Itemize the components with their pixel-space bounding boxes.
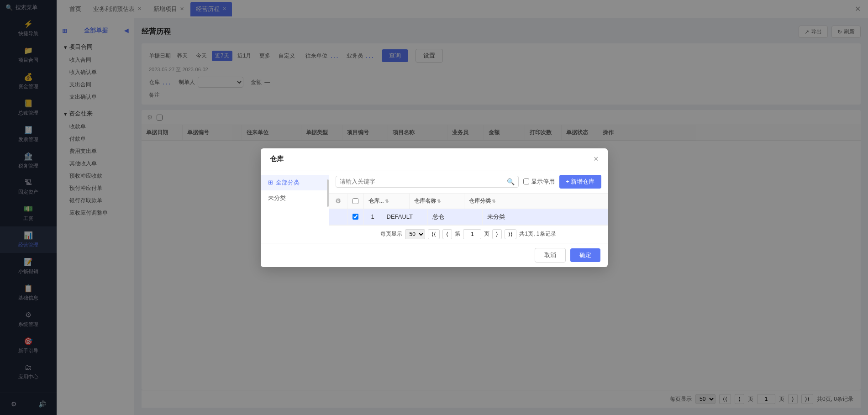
modal-table-header: ⚙ 仓库... ⇅ 仓库名称 ⇅ [329,194,608,209]
modal-row-category: 未分类 [483,209,537,225]
warehouse-modal: 仓库 × ⊞ 全部分类 未分类 [261,148,608,267]
modal-search-box[interactable]: 🔍 [336,176,519,188]
modal-toolbar: 🔍 显示停用 + 新增仓库 [329,170,608,194]
modal-show-disabled-label[interactable]: 显示停用 [523,178,555,186]
modal-gear-icon[interactable]: ⚙ [335,197,341,205]
modal-left-all-category[interactable]: ⊞ 全部分类 [261,175,329,190]
modal-left-panel: ⊞ 全部分类 未分类 [261,170,329,243]
modal-select-all[interactable] [352,198,358,204]
modal-row-gear [329,209,347,225]
modal-show-disabled-checkbox[interactable] [523,179,529,184]
grid-icon-modal: ⊞ [268,179,273,186]
sort-cat-icon: ⇅ [492,199,495,204]
modal-title: 仓库 [270,155,284,163]
modal-th-id: 仓库... ⇅ [364,194,410,209]
modal-th-cat: 仓库分类 ⇅ [464,194,519,209]
modal-per-page-label: 每页显示 [380,230,402,238]
sort-id-icon: ⇅ [385,199,389,204]
sort-name-icon: ⇅ [437,199,441,204]
modal-th-name: 仓库名称 ⇅ [410,194,464,209]
modal-page-first[interactable]: ⟨⟨ [428,229,440,239]
modal-total-text: 共1页, 1条记录 [519,230,556,238]
modal-search-input[interactable] [340,178,505,185]
modal-th-checkbox [347,194,364,209]
modal-table: ⚙ 仓库... ⇅ 仓库名称 ⇅ [329,194,608,225]
modal-page-prev[interactable]: ⟨ [442,229,452,239]
modal-header: 仓库 × [261,148,608,170]
modal-row-checkbox[interactable] [347,209,364,225]
modal-row-check-1[interactable] [352,214,358,220]
modal-body: ⊞ 全部分类 未分类 🔍 [261,170,608,243]
modal-add-warehouse-button[interactable]: + 新增仓库 [559,175,601,189]
modal-page-next[interactable]: ⟩ [492,229,502,239]
modal-row-id: DEFAULT [382,209,428,225]
modal-th-gear: ⚙ [329,194,347,209]
modal-page-word: 第 [455,230,460,238]
modal-page-label: 页 [484,230,489,238]
modal-row-num: 1 [364,209,382,225]
modal-right-panel: 🔍 显示停用 + 新增仓库 ⚙ [329,170,608,243]
modal-cancel-button[interactable]: 取消 [535,248,566,263]
modal-per-page-select[interactable]: 50 [405,229,425,239]
modal-footer-actions: 取消 确定 [261,243,608,267]
modal-close-button[interactable]: × [594,155,599,163]
modal-overlay: 仓库 × ⊞ 全部分类 未分类 [0,0,868,415]
modal-row-name: 总仓 [428,209,483,225]
modal-confirm-button[interactable]: 确定 [570,248,600,262]
modal-page-last[interactable]: ⟩⟩ [505,229,516,239]
modal-search-icon: 🔍 [507,178,515,185]
modal-left-uncategorized[interactable]: 未分类 [261,190,329,206]
modal-pagination: 每页显示 50 ⟨⟨ ⟨ 第 页 ⟩ ⟩⟩ 共1页, 1条记录 [329,225,608,243]
modal-table-row[interactable]: 1 DEFAULT 总仓 未分类 [329,209,608,225]
modal-page-input[interactable] [463,229,481,239]
